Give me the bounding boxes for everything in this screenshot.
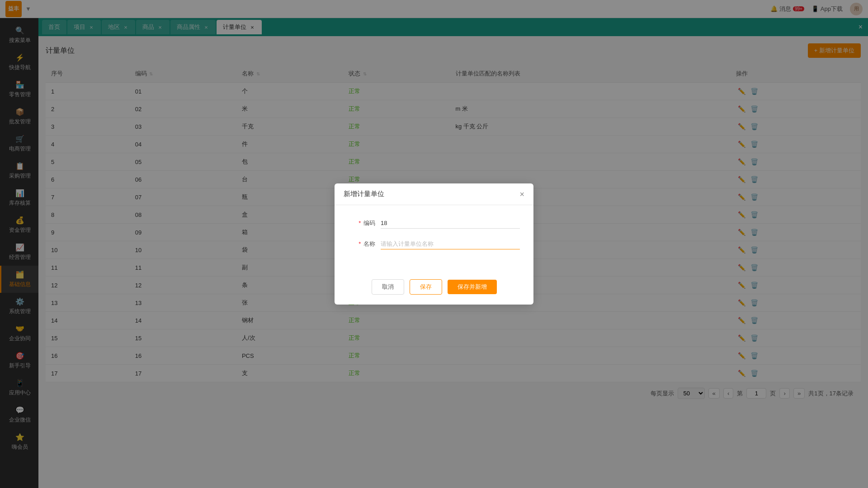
modal-overlay: 新增计量单位 × * 编码 * 名称 取消 保存 保存并新增 bbox=[0, 0, 868, 488]
name-input[interactable] bbox=[381, 239, 520, 249]
save-and-new-button[interactable]: 保存并新增 bbox=[448, 280, 497, 294]
cancel-button[interactable]: 取消 bbox=[372, 279, 404, 295]
name-required-mark: * bbox=[359, 240, 361, 247]
modal-header: 新增计量单位 × bbox=[335, 183, 533, 205]
form-row-name: * 名称 bbox=[348, 239, 520, 249]
save-button[interactable]: 保存 bbox=[410, 279, 442, 295]
code-label: * 编码 bbox=[348, 219, 375, 227]
modal-body: * 编码 * 名称 bbox=[335, 205, 533, 272]
code-required-mark: * bbox=[359, 220, 361, 226]
modal-title: 新增计量单位 bbox=[344, 190, 384, 198]
form-row-code: * 编码 bbox=[348, 218, 520, 229]
code-input[interactable] bbox=[381, 218, 520, 229]
add-unit-modal: 新增计量单位 × * 编码 * 名称 取消 保存 保存并新增 bbox=[335, 183, 533, 305]
name-label: * 名称 bbox=[348, 240, 375, 248]
modal-footer: 取消 保存 保存并新增 bbox=[335, 272, 533, 305]
modal-close-button[interactable]: × bbox=[519, 190, 524, 198]
